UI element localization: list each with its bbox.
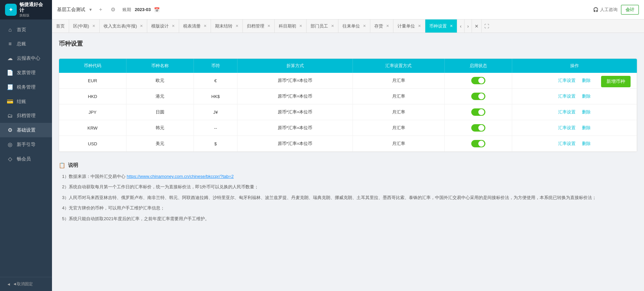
tab-inventory[interactable]: 存货 ✕ [370, 19, 393, 33]
rate-setting-link-0[interactable]: 汇率设置 [558, 78, 576, 83]
logo-text: 畅捷通好会计 [19, 2, 47, 13]
nav-label-settle: 结账 [17, 99, 26, 105]
cell-actions-1: 汇率设置 删除 [512, 89, 637, 104]
rate-setting-link-1[interactable]: 汇率设置 [558, 94, 576, 99]
tab-currency-close[interactable]: ✕ [450, 24, 453, 28]
close-all-tabs-button[interactable]: ✕ [472, 19, 482, 33]
sidebar-item-tax[interactable]: 🧾 税务管理 [0, 80, 52, 94]
sidebar-item-ledger[interactable]: ≡ 总账 [0, 37, 52, 51]
calendar-icon[interactable]: 📅 [154, 7, 160, 12]
sidebar-item-settle[interactable]: 💳 结账 [0, 94, 52, 109]
tab-next-button[interactable]: › [465, 19, 472, 33]
cell-symbol-2: J¥ [194, 104, 237, 120]
delete-link-2[interactable]: 删除 [582, 109, 591, 114]
workspace-dropdown-icon[interactable]: ▼ [89, 7, 93, 12]
account-button[interactable]: 会计 [621, 5, 639, 15]
tab-subject-close[interactable]: ✕ [299, 24, 302, 28]
tab-prev-button[interactable]: ‹ [457, 19, 465, 33]
sidebar-item-reports[interactable]: ☁ 云报表中心 [0, 51, 52, 65]
sidebar-item-invoice[interactable]: 📄 发票管理 [0, 65, 52, 80]
cell-rate-type-4: 月汇率 [353, 136, 444, 152]
sidebar-item-member[interactable]: ◇ 畅会员 [0, 152, 52, 166]
tab-template[interactable]: 模版设计 ✕ [147, 19, 179, 33]
cell-symbol-1: HK$ [194, 89, 237, 104]
rate-setting-link-2[interactable]: 汇率设置 [558, 109, 576, 114]
page-title: 币种设置 [59, 40, 83, 48]
table-row: EUR 欧元 € 原币*汇率=本位币 月汇率 汇率设置 删除 [59, 73, 637, 89]
cell-status-2 [444, 104, 512, 120]
toggle-switch-1[interactable] [471, 93, 485, 100]
nav-label-guide: 新手引导 [17, 142, 36, 148]
cell-name-0: 欧元 [126, 73, 194, 89]
rate-setting-link-3[interactable]: 汇率设置 [558, 125, 576, 130]
sidebar-item-archive[interactable]: 🗂 归档管理 [0, 109, 52, 123]
sidebar-pin-toggle[interactable]: ◄ ◄取消固定 [0, 277, 52, 291]
help-label: 人工咨询 [600, 7, 618, 13]
notice-title: 说明 [68, 162, 78, 168]
add-tab-button[interactable]: ＋ [96, 5, 105, 14]
cell-symbol-0: € [194, 73, 237, 89]
delete-link-1[interactable]: 删除 [582, 94, 591, 99]
home-icon: ⌂ [7, 27, 13, 33]
tab-home[interactable]: 首页 [52, 19, 69, 33]
tab-inventory-close[interactable]: ✕ [386, 24, 389, 28]
delete-link-4[interactable]: 删除 [582, 141, 591, 146]
guide-icon: ◎ [7, 141, 13, 148]
tab-income-close[interactable]: ✕ [140, 24, 143, 28]
tab-tax-close[interactable]: ✕ [204, 24, 207, 28]
tab-archive[interactable]: 归档管理 ✕ [243, 19, 275, 33]
tab-period-close[interactable]: ✕ [92, 24, 95, 28]
tab-partner[interactable]: 往来单位 ✕ [338, 19, 370, 33]
tab-unit[interactable]: 计量单位 ✕ [393, 19, 425, 33]
tab-currency[interactable]: 币种设置 ✕ [425, 19, 457, 33]
tab-bar: 首页 区(中期) ✕ 收入支出表(年报) ✕ 模版设计 ✕ 税表清册 ✕ 期末结… [52, 19, 644, 33]
table-row: HKD 港元 HK$ 原币*汇率=本位币 月汇率 汇率设置 删除 [59, 89, 637, 104]
delete-link-3[interactable]: 删除 [582, 125, 591, 130]
settings-icon: ⚙ [7, 127, 13, 133]
cell-rate-type-3: 月汇率 [353, 120, 444, 136]
notice-section: 📋 说明 1）数据来源：中国外汇交易中心 https://www.chinamo… [59, 162, 637, 223]
logo-icon: ✦ [5, 4, 17, 16]
tab-dept-label: 部门员工 [311, 23, 328, 29]
sidebar-item-home[interactable]: ⌂ 首页 [0, 23, 52, 37]
tab-partner-close[interactable]: ✕ [363, 24, 366, 28]
help-button[interactable]: 🎧 人工咨询 [593, 7, 618, 13]
tab-archive-close[interactable]: ✕ [267, 24, 270, 28]
tab-inventory-label: 存货 [374, 23, 383, 29]
add-currency-button[interactable]: 新增币种 [601, 76, 631, 87]
cell-status-3 [444, 120, 512, 136]
tab-tax[interactable]: 税表清册 ✕ [179, 19, 211, 33]
tab-partner-label: 往来单位 [342, 23, 360, 29]
cell-code-3: KRW [59, 120, 126, 136]
tab-dept[interactable]: 部门员工 ✕ [307, 19, 338, 33]
period-label: 账期 2023-03 [122, 7, 151, 13]
settings-button[interactable]: ⚙ [109, 6, 117, 13]
toggle-switch-0[interactable] [471, 77, 485, 84]
cell-rate-type-1: 月汇率 [353, 89, 444, 104]
tab-expand-button[interactable]: ⛶ [482, 19, 492, 33]
notice-link[interactable]: https://www.chinamoney.com.cn/chinese/bk… [127, 174, 234, 179]
tab-period[interactable]: 区(中期) ✕ [69, 19, 100, 33]
toggle-switch-3[interactable] [471, 124, 485, 132]
nav-label-tax: 税务管理 [17, 84, 36, 90]
tab-closing-close[interactable]: ✕ [235, 24, 238, 28]
col-header-status: 启用状态 [444, 59, 512, 73]
tab-dept-close[interactable]: ✕ [331, 24, 334, 28]
tab-period-label: 区(中期) [73, 23, 89, 29]
sidebar-item-guide[interactable]: ◎ 新手引导 [0, 137, 52, 152]
period-value: 2023-03 [135, 7, 151, 12]
tab-template-close[interactable]: ✕ [172, 24, 175, 28]
tab-income[interactable]: 收入支出表(年报) ✕ [100, 19, 148, 33]
tab-closing[interactable]: 期末结转 ✕ [211, 19, 243, 33]
col-header-code: 币种代码 [59, 59, 126, 73]
tab-subject[interactable]: 科目期初 ✕ [275, 19, 307, 33]
rate-setting-link-4[interactable]: 汇率设置 [558, 141, 576, 146]
tab-unit-close[interactable]: ✕ [418, 24, 421, 28]
toggle-switch-2[interactable] [471, 108, 485, 116]
tab-template-label: 模版设计 [151, 23, 169, 29]
sidebar-item-basic[interactable]: ⚙ 基础设置 [0, 123, 52, 137]
delete-link-0[interactable]: 删除 [582, 78, 591, 83]
toggle-switch-4[interactable] [471, 140, 485, 147]
pin-label: ◄取消固定 [13, 281, 33, 287]
table-row: JPY 日圆 J¥ 原币*汇率=本位币 月汇率 汇率设置 删除 [59, 104, 637, 120]
